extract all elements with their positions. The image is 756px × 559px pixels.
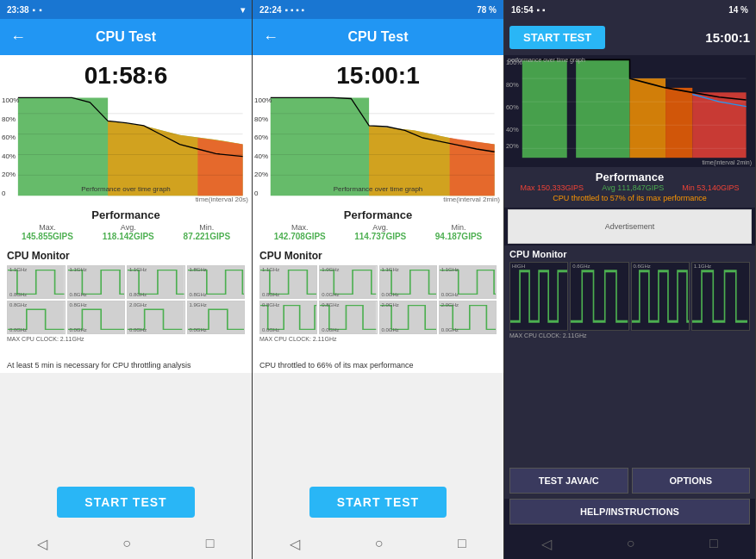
perf-avg-col-1: Avg. 118.142GIPS xyxy=(103,223,154,241)
graph-y-labels-2: 100% 80% 60% 40% 20% 0 xyxy=(254,96,272,197)
spacer-1 xyxy=(0,373,252,477)
perf-max-value-1: 145.855GIPS xyxy=(22,232,73,241)
graph-container-1: 100% 80% 60% 40% 20% 0 Performance over … xyxy=(0,93,252,205)
start-button-3[interactable]: START TEST xyxy=(509,26,605,49)
app-bar-1: ← CPU Test xyxy=(0,19,252,55)
status-text-1: At least 5 min is necessary for CPU thro… xyxy=(0,357,252,373)
p3-cpu-cell-2: 0.6GHz xyxy=(570,262,628,331)
cpu-cell-2-3: 2.0GHz 0.0GHz xyxy=(127,301,185,334)
perf-stats-1: Max. 145.855GIPS Avg. 118.142GIPS Min. 8… xyxy=(7,223,245,241)
status-time-2: 22:24 xyxy=(259,5,282,15)
back-arrow-1[interactable]: ← xyxy=(10,28,26,47)
test-java-button[interactable]: TEST JAVA/C xyxy=(509,468,628,494)
nav-home-icon-2[interactable]: ○ xyxy=(375,536,384,551)
svg-rect-47 xyxy=(692,263,749,330)
start-btn-area-2: START TEST xyxy=(253,476,503,528)
performance-title-2: Performance xyxy=(259,208,497,221)
graph-time-1: time(interval 20s) xyxy=(196,196,248,203)
svg-rect-35 xyxy=(522,59,567,158)
cpu-max-label-2: MAX CPU CLOCK: 2.11GHz xyxy=(259,336,497,342)
performance-section-1: Performance Max. 145.855GIPS Avg. 118.14… xyxy=(0,205,252,246)
cpu-grid-3: HIGH 0.6GHz 0.6GHz xyxy=(509,262,750,331)
p3-cpu-cell-3: 0.6GHz xyxy=(631,262,690,331)
nav-back-icon-1[interactable]: ◁ xyxy=(37,536,47,552)
nav-recents-icon-1[interactable]: □ xyxy=(206,536,215,551)
perf-max-col-2: Max. 142.708GIPS xyxy=(274,223,326,241)
options-button[interactable]: OPTIONS xyxy=(632,468,751,494)
cpu-grid-1: 1.1GHz 0.8GHz 1.1GHz 0.8GHz 1.1GHz xyxy=(7,265,245,334)
status-right-1: ▾ xyxy=(241,5,245,15)
graph-svg-3: 100% 80% 60% 40% 20% xyxy=(504,55,755,167)
perf-stats-2: Max. 142.708GIPS Avg. 114.737GIPS Min. 9… xyxy=(259,223,497,241)
status-right-3: 14 % xyxy=(728,5,748,15)
status-left-3: 16:54 ▪ ▪ xyxy=(511,5,545,15)
nav-home-icon-1[interactable]: ○ xyxy=(122,536,131,551)
cpu-monitor-title-3: CPU Monitor xyxy=(509,249,750,259)
svg-text:60%: 60% xyxy=(506,103,519,111)
perf-min-value-1: 87.221GIPS xyxy=(184,232,230,241)
perf-max-col-1: Max. 145.855GIPS xyxy=(22,223,73,241)
panel3-top-bar: START TEST 15:00:1 xyxy=(504,19,755,55)
cpu-cell2-1-1: 1.1GHz 0.8GHz xyxy=(259,265,317,299)
svg-rect-36 xyxy=(576,59,629,158)
status-text-2: CPU throttled to 66% of its max performa… xyxy=(253,357,503,373)
help-instructions-button[interactable]: HELP/INSTRUCTIONS xyxy=(509,499,750,525)
battery-text-2: 78 % xyxy=(477,5,497,15)
perf-min-col-2: Min. 94.187GIPS xyxy=(435,223,482,241)
perf-avg-value-2: 114.737GIPS xyxy=(354,232,406,241)
cpu-cell2-1-2: 1.0GHz 0.0GHz xyxy=(319,265,377,299)
spacer-2 xyxy=(253,373,503,477)
svg-text:20%: 20% xyxy=(506,142,519,150)
svg-rect-45 xyxy=(571,263,628,330)
cpu-cell-2-1: 0.8GHz 0.0GHz xyxy=(7,301,66,334)
signal-icon-1: ▪ xyxy=(39,5,42,15)
start-button-1[interactable]: START TEST xyxy=(57,487,194,518)
status-time-1: 23:38 xyxy=(7,5,29,15)
perf-section-3: Performance Max 150,333GIPS Avg 111,847G… xyxy=(504,167,755,208)
perf-avg-col-2: Avg. 114.737GIPS xyxy=(354,223,406,241)
status-bar-1: 23:38 ▪ ▪ ▾ xyxy=(0,0,252,19)
nav-bar-2: ◁ ○ □ xyxy=(253,528,503,559)
cpu-cell2-2-3: 2.0GHz 0.0GHz xyxy=(379,301,437,334)
nav-back-icon-3[interactable]: ◁ xyxy=(541,536,552,552)
start-button-2[interactable]: START TEST xyxy=(309,487,447,518)
perf-min-col-1: Min. 87.221GIPS xyxy=(184,223,230,241)
cpu-cell2-1-4: 1.1GHz 0.0GHz xyxy=(439,265,497,299)
perf-max-value-2: 142.708GIPS xyxy=(274,232,326,241)
cpu-grid-2: 1.1GHz 0.8GHz 1.0GHz 0.0GHz 1.1GHz xyxy=(259,265,497,334)
cpu-cell-2-4: 1.9GHz 0.0GHz xyxy=(187,301,246,334)
notification-icon-1: ▾ xyxy=(241,5,245,15)
graph-time-2: time(interval 2min) xyxy=(443,196,500,203)
nav-recents-icon-2[interactable]: □ xyxy=(458,536,466,551)
timer-2: 15:00:1 xyxy=(253,55,503,93)
start-btn-area-1: START TEST xyxy=(0,476,252,528)
nav-back-icon-2[interactable]: ◁ xyxy=(290,536,300,552)
status-time-3: 16:54 xyxy=(511,5,534,15)
graph-container-2: 100% 80% 60% 40% 20% 0 Performance over … xyxy=(253,93,503,205)
svg-text:40%: 40% xyxy=(506,126,519,134)
cpu-cell-1-4: 1.8GHz 0.8GHz xyxy=(187,265,246,299)
graph-time-3: time(interval 2min) xyxy=(702,159,752,165)
cpu-cell2-2-4: 2.0GHz 0.0GHz xyxy=(439,301,497,334)
status-left-1: 23:38 ▪ ▪ xyxy=(7,5,42,15)
app-bar-2: ← CPU Test xyxy=(253,19,503,55)
status-bar-3: 16:54 ▪ ▪ 14 % xyxy=(504,0,755,19)
wifi-icon-2: ▪ ▪ ▪ ▪ xyxy=(285,5,305,15)
p3-cpu-cell-4: 1.1GHz xyxy=(691,262,750,331)
perf-title-3: Performance xyxy=(511,171,748,183)
svg-rect-46 xyxy=(632,263,689,330)
nav-bar-3: ◁ ○ □ xyxy=(504,528,755,559)
cpu-max-label-3: MAX CPU CLOCK: 2.11GHz xyxy=(509,332,750,339)
graph-y-labels-1: 100% 80% 60% 40% 20% 0 xyxy=(2,96,19,197)
back-arrow-2[interactable]: ← xyxy=(263,28,278,47)
performance-section-2: Performance Max. 142.708GIPS Avg. 114.73… xyxy=(253,205,503,246)
panel3-timer: 15:00:1 xyxy=(705,30,750,45)
nav-recents-icon-3[interactable]: □ xyxy=(709,536,718,551)
nav-home-icon-3[interactable]: ○ xyxy=(627,536,635,551)
graph-label-3: performance over time graph xyxy=(508,57,585,63)
cpu-monitor-1: CPU Monitor 1.1GHz 0.8GHz 1.1GHz 0.8GHz xyxy=(0,246,252,357)
panel3-buttons: TEST JAVA/C OPTIONS xyxy=(504,463,755,499)
nav-bar-1: ◁ ○ □ xyxy=(0,528,252,559)
perf-min-3: Min 53,140GIPS xyxy=(682,183,739,192)
spacer-3 xyxy=(504,342,755,463)
